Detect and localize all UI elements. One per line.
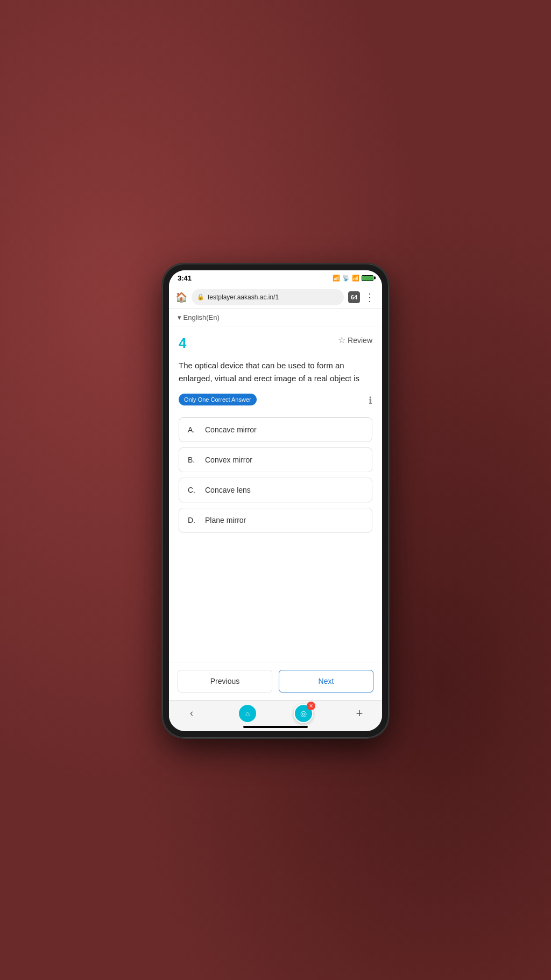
language-text: ▾ English(En): [178, 313, 220, 321]
battery-icon: [362, 275, 373, 281]
nav-buttons: Previous Next: [169, 662, 382, 700]
browser-url-bar[interactable]: 🔒 testplayer.aakash.ac.in/1: [192, 289, 344, 305]
plus-nav-item[interactable]: +: [350, 704, 369, 723]
home-nav-item[interactable]: ⌂: [238, 704, 257, 723]
option-c-label: C.: [188, 486, 199, 494]
status-bar: 3:41 📶 📡 📶: [169, 270, 382, 285]
tab-count[interactable]: 64: [348, 291, 360, 303]
plus-icon: +: [356, 706, 363, 720]
star-icon: ☆: [338, 335, 345, 345]
previous-button[interactable]: Previous: [178, 670, 272, 692]
status-icons: 📶 📡 📶: [333, 275, 373, 282]
option-b-text: Convex mirror: [205, 456, 363, 464]
network-icon: 📶: [352, 275, 359, 282]
app-nav-item[interactable]: ◎: [294, 704, 313, 723]
phone-frame: 3:41 📶 📡 📶 🏠 🔒 testplayer.aakash.ac.in/1…: [163, 264, 388, 738]
bottom-nav: ‹ ⌂ ◎ +: [169, 700, 382, 726]
answer-type-row: Only One Correct Answer ℹ: [179, 394, 372, 409]
home-indicator: [243, 726, 308, 728]
url-text: testplayer.aakash.ac.in/1: [208, 293, 279, 301]
browser-bar: 🏠 🔒 testplayer.aakash.ac.in/1 64 ⋮: [169, 285, 382, 309]
option-c[interactable]: C. Concave lens: [179, 478, 372, 502]
nav-circle-blue: ⌂: [239, 705, 256, 722]
option-a-label: A.: [188, 425, 199, 434]
question-header: 4 ☆ Review: [179, 335, 372, 352]
review-button[interactable]: ☆ Review: [338, 335, 372, 345]
nav-home-icon: ⌂: [245, 709, 250, 718]
phone-screen: 3:41 📶 📡 📶 🏠 🔒 testplayer.aakash.ac.in/1…: [169, 270, 382, 731]
phone-wrapper: 3:41 📶 📡 📶 🏠 🔒 testplayer.aakash.ac.in/1…: [163, 264, 388, 738]
options-container: A. Concave mirror B. Convex mirror C. Co…: [179, 417, 372, 533]
browser-menu-icon[interactable]: ⋮: [364, 291, 376, 304]
nav-circle-teal: ◎: [294, 704, 313, 723]
option-d-text: Plane mirror: [205, 516, 363, 524]
next-button[interactable]: Next: [279, 670, 373, 692]
language-bar[interactable]: ▾ English(En): [169, 309, 382, 326]
answer-type-badge: Only One Correct Answer: [179, 394, 257, 405]
question-text: The optical device that can be used to f…: [179, 359, 372, 385]
review-label: Review: [348, 336, 372, 345]
content-area: ▾ English(En) 4 ☆ Review The optical dev…: [169, 309, 382, 700]
signal-icon: 📶: [333, 275, 340, 282]
home-icon[interactable]: 🏠: [175, 291, 187, 303]
question-card: 4 ☆ Review The optical device that can b…: [169, 326, 382, 662]
app-icon: ◎: [300, 709, 307, 718]
wifi-icon: 📡: [342, 275, 350, 282]
option-a-text: Concave mirror: [205, 425, 363, 434]
option-a[interactable]: A. Concave mirror: [179, 417, 372, 442]
status-time: 3:41: [178, 274, 192, 282]
back-arrow-icon: ‹: [190, 708, 193, 719]
back-nav-item[interactable]: ‹: [182, 704, 201, 723]
lock-icon: 🔒: [197, 293, 204, 300]
option-b-label: B.: [188, 456, 199, 464]
question-number: 4: [179, 335, 186, 352]
info-icon[interactable]: ℹ: [369, 395, 372, 407]
option-d-label: D.: [188, 516, 199, 524]
option-d[interactable]: D. Plane mirror: [179, 508, 372, 533]
option-b[interactable]: B. Convex mirror: [179, 447, 372, 472]
option-c-text: Concave lens: [205, 486, 363, 494]
